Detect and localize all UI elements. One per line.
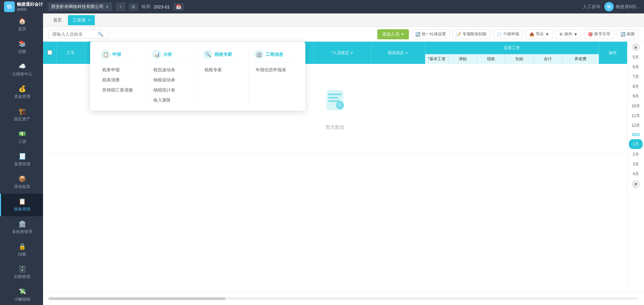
inventory-icon: 📦 <box>18 175 26 183</box>
sidebar-item-salary[interactable]: 💵 工资 <box>0 126 43 149</box>
company-name: 西安虾米网络科技有限公司 <box>51 4 104 10</box>
sidebar-label-archive: 归档管理 <box>14 274 30 280</box>
top-right-area: 人工咨询 畅 畅捷通B组... <box>583 2 640 11</box>
export-label: 导出 <box>536 31 544 37</box>
cal-month-9[interactable]: 9月 <box>628 91 644 101</box>
sidebar-item-closing[interactable]: 🔒 结账 <box>0 239 43 261</box>
sidebar-item-assets[interactable]: 🏗️ 固定资产 <box>0 104 43 126</box>
col-operation: 操作 <box>599 42 627 64</box>
new-guide-button[interactable]: 🎯 新手引导 <box>584 29 614 39</box>
cal-month-7[interactable]: 7月 <box>628 72 644 82</box>
menu-item-tax-declaration[interactable]: 税务申报 <box>101 65 141 75</box>
menu-item-tax-statistics[interactable]: 纳税统计表 <box>152 85 192 95</box>
refresh-button[interactable]: 🔄 刷新 <box>617 29 639 39</box>
export-button[interactable]: 📤 导出 ▼ <box>526 29 553 39</box>
section-header-fenxi: 📊 分析 <box>152 47 192 62</box>
individual-tax-label: 个税申报 <box>503 31 519 37</box>
sidebar-item-xiaochangbao[interactable]: 💸 小畅报销 <box>0 284 43 305</box>
add-company-button[interactable]: ＋ <box>116 2 125 11</box>
export-dropdown-icon: ▼ <box>545 32 549 37</box>
search-icon: 🔍 <box>98 32 103 37</box>
col-base-salary: *基本工资 <box>425 54 449 64</box>
menu-item-income-tax[interactable]: 所得税汇算清缴 <box>101 85 141 95</box>
sidebar-item-home[interactable]: 🏠 首页 <box>0 13 43 36</box>
support-link[interactable]: 人工咨询 <box>583 4 600 10</box>
menu-item-income-estimation[interactable]: 收入测算 <box>152 95 192 105</box>
logo-icon: 畅 <box>4 1 15 12</box>
sidebar-label-closing: 结账 <box>18 252 26 257</box>
cal-month-10[interactable]: 10月 <box>628 101 644 111</box>
special-deduction-label: 专项附加扣除 <box>462 31 487 37</box>
fenxi-section-icon: 📊 <box>152 50 161 59</box>
calendar-icon[interactable]: 📅 <box>173 3 184 11</box>
toolbar: 🔍 添加人员 ▼ 🔄 统一社保设置 📝 专项附加扣除 📄 个税申报 📤 导出 <box>43 27 644 42</box>
closing-icon: 🔒 <box>18 243 26 250</box>
new-guide-label: 新手引导 <box>594 31 610 37</box>
dropdown-sections: 📋 申报 税务申报 税表清册 所得税汇算清缴 📊 分析 税负波动表 纳税波动表 … <box>96 47 300 105</box>
sidebar-item-tax[interactable]: 📋 税务管理 <box>0 194 43 216</box>
table-scrollbar[interactable] <box>43 292 644 305</box>
tab-home[interactable]: 首页 <box>48 15 67 25</box>
cal-month-8[interactable]: 8月 <box>628 82 644 91</box>
col-number: 工号 <box>56 42 85 64</box>
menu-item-annual-report[interactable]: 年报信息申报表 <box>254 65 295 75</box>
sidebar-item-invoice[interactable]: 🧾 发票管理 <box>0 149 43 171</box>
special-deduction-button[interactable]: 📝 专项附加扣除 <box>452 29 490 39</box>
menu-item-tax-table[interactable]: 税表清册 <box>101 75 141 85</box>
sidebar-item-inventory[interactable]: 📦 库存核算 <box>0 171 43 194</box>
select-all-checkbox[interactable] <box>47 50 52 55</box>
scrollbar-thumb[interactable] <box>48 297 226 300</box>
fund-icon: 💰 <box>18 85 26 92</box>
company-selector[interactable]: 西安虾米网络科技有限公司 ▼ <box>48 2 112 11</box>
report-status-filter-icon[interactable]: ▼ <box>405 51 409 55</box>
menu-item-tax-expert[interactable]: 税检专家 <box>203 65 243 75</box>
multi-org-icon: 🏛️ <box>18 220 26 228</box>
social-insurance-button[interactable]: 🔄 统一社保设置 <box>412 29 450 39</box>
cal-month-3[interactable]: 3月 <box>628 159 644 169</box>
cal-month-4[interactable]: 4月 <box>628 169 644 179</box>
sidebar-label-tax: 税务管理 <box>14 206 30 212</box>
menu-item-tax-fluctuation[interactable]: 纳税波动表 <box>152 75 192 85</box>
operation-button[interactable]: ⚙ 操作 ▼ <box>556 29 581 39</box>
top-bar: 畅 畅捷通好会计 旗舰版 西安虾米网络科技有限公司 ▼ ＋ ⚙ 账期 2023-… <box>0 0 644 13</box>
user-info[interactable]: 畅 畅捷通B组... <box>604 2 640 11</box>
chevron-down-icon: ▼ <box>106 5 109 9</box>
cal-month-1-active[interactable]: 1月 <box>629 139 643 149</box>
svg-rect-1 <box>328 93 342 95</box>
cal-month-11[interactable]: 11月 <box>628 111 644 121</box>
sidebar-item-fund[interactable]: 💰 资金管理 <box>0 81 43 104</box>
tab-salary-table[interactable]: 工资表 × <box>68 15 95 25</box>
calendar-down-nav[interactable]: ▼ <box>632 180 640 188</box>
col-wage-group: 应发工资 <box>425 42 599 54</box>
xiaochangbao-icon: 💸 <box>18 288 26 295</box>
sidebar-item-ledger[interactable]: 📚 总账 <box>0 36 43 59</box>
person-status-filter-icon[interactable]: ▼ <box>350 51 353 55</box>
social-insurance-label: 统一社保设置 <box>422 31 446 37</box>
operation-dropdown-icon: ▼ <box>574 32 578 37</box>
cal-month-6[interactable]: 6月 <box>628 62 644 72</box>
calendar-up-nav[interactable]: ▲ <box>632 43 640 51</box>
assets-icon: 🏗️ <box>18 108 26 115</box>
zhuanjia-section-title: 税检专家 <box>215 51 232 58</box>
sidebar-item-cloud[interactable]: ☁️ 云报表中心 <box>0 59 43 81</box>
cal-month-2[interactable]: 2月 <box>628 150 644 159</box>
sidebar-label-ledger: 总账 <box>18 49 26 54</box>
menu-item-tax-burden[interactable]: 税负波动表 <box>152 65 192 75</box>
search-box[interactable]: 🔍 <box>48 30 109 39</box>
cal-month-5[interactable]: 5月 <box>628 52 644 62</box>
sidebar-item-archive[interactable]: 🗄️ 归档管理 <box>0 261 43 284</box>
dropdown-section-zhuanjia: 🔍 税检专家 税检专家 <box>198 47 249 105</box>
refresh-icon: 🔄 <box>620 32 626 37</box>
dropdown-section-shenb: 📋 申报 税务申报 税表清册 所得税汇算清缴 <box>96 47 147 105</box>
add-person-button[interactable]: 添加人员 ▼ <box>377 29 409 39</box>
cal-month-12[interactable]: 12月 <box>628 121 644 130</box>
dropdown-section-gongshang: 🏢 工商信息 年报信息申报表 <box>249 47 300 105</box>
search-input[interactable] <box>52 32 96 37</box>
close-tab-icon[interactable]: × <box>88 18 90 23</box>
export-icon: 📤 <box>529 32 534 37</box>
scrollbar-track[interactable] <box>48 297 639 300</box>
username: 畅捷通B组... <box>616 4 640 10</box>
individual-tax-button[interactable]: 📄 个税申报 <box>493 29 523 39</box>
sidebar-item-multi-org[interactable]: 🏛️ 多机构管理 <box>0 216 43 239</box>
settings-icon[interactable]: ⚙ <box>129 3 138 11</box>
